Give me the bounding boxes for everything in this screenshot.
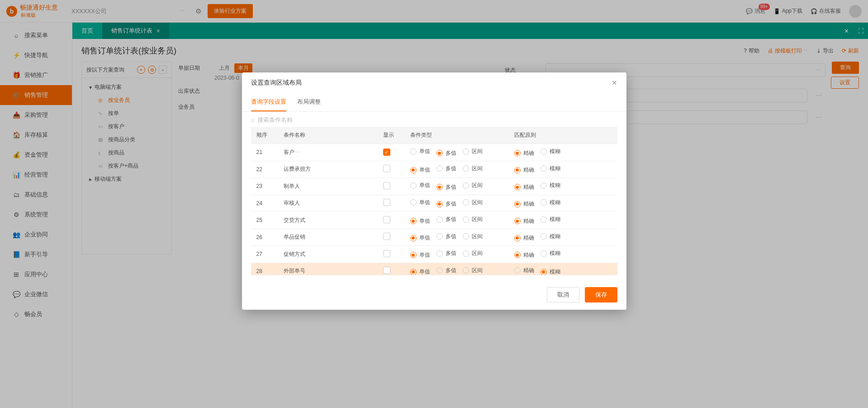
cell-seq: 25	[251, 212, 278, 229]
cell-type: 单值多值区间	[405, 195, 509, 212]
checkbox-show[interactable]: ✓	[383, 149, 390, 156]
checkbox-show[interactable]	[383, 182, 390, 189]
radio[interactable]	[514, 150, 521, 156]
cell-show	[378, 178, 405, 195]
cell-match: 精确模糊	[509, 195, 617, 212]
radio[interactable]	[410, 167, 417, 173]
table-row[interactable]: 24审核人单值多值区间精确模糊	[251, 195, 617, 212]
cell-show	[378, 229, 405, 246]
tab-field-settings[interactable]: 查询字段设置	[251, 93, 286, 111]
checkbox-show[interactable]	[383, 165, 390, 172]
table-row[interactable]: 25交货方式单值多值区间精确模糊	[251, 212, 617, 229]
radio[interactable]	[463, 250, 469, 257]
radio[interactable]	[436, 150, 443, 156]
modal-tabs: 查询字段设置 布局调整	[242, 93, 626, 112]
cell-name: 交货方式	[278, 212, 378, 229]
radio[interactable]	[436, 233, 443, 240]
checkbox-show[interactable]	[383, 267, 390, 274]
radio[interactable]	[410, 199, 417, 206]
table-row[interactable]: 21客户 ﹀✓单值多值区间精确模糊	[251, 144, 617, 161]
modal-table-body-wrap[interactable]: 21客户 ﹀✓单值多值区间精确模糊22运费承担方单值多值区间精确模糊23制单人单…	[251, 144, 617, 275]
radio[interactable]	[541, 199, 547, 206]
radio[interactable]	[410, 269, 417, 275]
radio[interactable]	[436, 165, 443, 172]
table-row[interactable]: 26单品促销单值多值区间精确模糊	[251, 229, 617, 246]
radio[interactable]	[463, 165, 469, 172]
checkbox-show[interactable]	[383, 199, 390, 206]
radio[interactable]	[514, 167, 521, 173]
radio[interactable]	[410, 182, 417, 189]
th-seq: 顺序	[251, 127, 278, 144]
modal-head: 设置查询区域布局 ✕	[242, 72, 626, 93]
cell-type: 单值多值区间	[405, 144, 509, 161]
checkbox-show[interactable]	[383, 250, 390, 257]
cell-type: 单值多值区间	[405, 161, 509, 178]
cell-type: 单值多值区间	[405, 229, 509, 246]
radio[interactable]	[436, 184, 443, 190]
radio[interactable]	[410, 149, 417, 155]
cell-type: 单值多值区间	[405, 263, 509, 275]
table-row[interactable]: 27促销方式单值多值区间精确模糊	[251, 246, 617, 263]
radio[interactable]	[514, 267, 521, 274]
radio[interactable]	[541, 233, 547, 240]
modal-table-head: 顺序 条件名称 显示 条件类型 匹配原则	[251, 127, 617, 144]
radio[interactable]	[541, 182, 547, 189]
radio[interactable]	[436, 216, 443, 223]
radio[interactable]	[514, 235, 521, 241]
table-row[interactable]: 23制单人单值多值区间精确模糊	[251, 178, 617, 195]
modal-footer: 取消 保存	[242, 280, 626, 310]
modal-table-body: 21客户 ﹀✓单值多值区间精确模糊22运费承担方单值多值区间精确模糊23制单人单…	[251, 144, 617, 275]
cell-match: 精确模糊	[509, 144, 617, 161]
cell-seq: 21	[251, 144, 278, 161]
cell-match: 精确模糊	[509, 263, 617, 275]
search-input[interactable]	[257, 116, 617, 123]
radio[interactable]	[463, 267, 469, 274]
th-match: 匹配原则	[509, 127, 617, 144]
th-show: 显示	[378, 127, 405, 144]
th-type: 条件类型	[405, 127, 509, 144]
tab-layout-adjust[interactable]: 布局调整	[297, 93, 321, 111]
radio[interactable]	[514, 252, 521, 258]
cell-show: ✓	[378, 144, 405, 161]
radio[interactable]	[514, 201, 521, 207]
cell-name: 外部单号	[278, 263, 378, 275]
radio[interactable]	[541, 216, 547, 223]
radio[interactable]	[463, 149, 469, 155]
cell-show	[378, 246, 405, 263]
radio[interactable]	[410, 252, 417, 258]
close-icon[interactable]: ✕	[612, 79, 617, 87]
search-icon: ⌕	[251, 116, 255, 123]
cell-seq: 26	[251, 229, 278, 246]
radio[interactable]	[541, 250, 547, 257]
cell-name: 运费承担方	[278, 161, 378, 178]
table-row[interactable]: 22运费承担方单值多值区间精确模糊	[251, 161, 617, 178]
cell-match: 精确模糊	[509, 229, 617, 246]
cancel-button[interactable]: 取消	[547, 287, 579, 302]
checkbox-show[interactable]	[383, 233, 390, 240]
cell-name: 单品促销	[278, 229, 378, 246]
th-name: 条件名称	[278, 127, 378, 144]
modal-table-wrap: 顺序 条件名称 显示 条件类型 匹配原则 21客户 ﹀✓单值多值区间精确模糊22…	[242, 127, 626, 280]
cell-type: 单值多值区间	[405, 212, 509, 229]
table-row[interactable]: 28外部单号单值多值区间精确模糊	[251, 263, 617, 275]
radio[interactable]	[410, 235, 417, 241]
cell-name: 客户 ﹀	[278, 144, 378, 161]
cell-seq: 24	[251, 195, 278, 212]
radio[interactable]	[436, 201, 443, 207]
radio[interactable]	[514, 184, 521, 190]
radio[interactable]	[541, 165, 547, 172]
radio[interactable]	[436, 267, 443, 274]
cell-show	[378, 212, 405, 229]
radio[interactable]	[541, 269, 547, 275]
save-button[interactable]: 保存	[585, 287, 617, 302]
radio[interactable]	[436, 250, 443, 257]
radio[interactable]	[463, 216, 469, 223]
radio[interactable]	[541, 149, 547, 155]
radio[interactable]	[463, 233, 469, 240]
radio[interactable]	[514, 218, 521, 224]
radio[interactable]	[410, 218, 417, 224]
cell-name: 制单人	[278, 178, 378, 195]
radio[interactable]	[463, 182, 469, 189]
radio[interactable]	[463, 199, 469, 206]
checkbox-show[interactable]	[383, 216, 390, 223]
